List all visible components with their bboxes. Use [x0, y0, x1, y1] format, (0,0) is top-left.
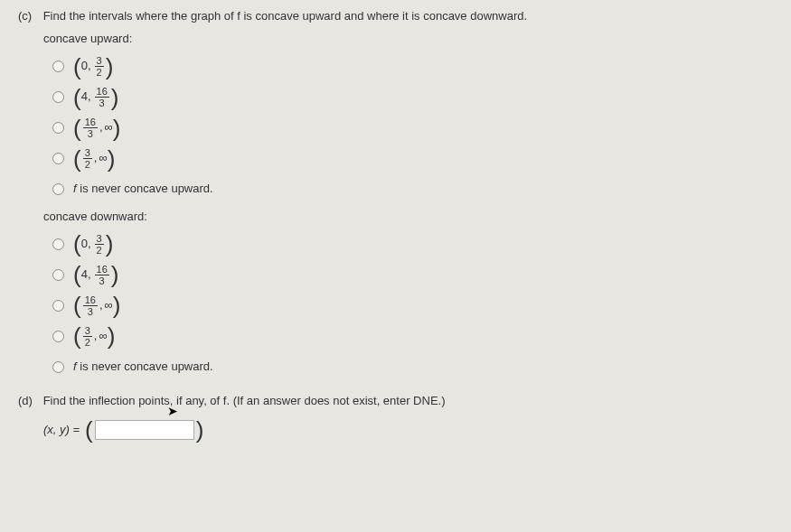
downward-option-never[interactable]: f is never concave upward. — [52, 354, 773, 379]
option-label: (4,163) — [73, 263, 118, 286]
concave-upward-heading: concave upward: — [43, 30, 773, 49]
fraction: 163 — [95, 264, 109, 286]
radio-button[interactable] — [52, 238, 64, 250]
fraction: 32 — [95, 233, 104, 256]
upward-option-never[interactable]: f is never concave upward. — [52, 177, 773, 202]
downward-options: (0,32)(4,163)(163,∞)(32,∞)f is never con… — [52, 231, 773, 379]
radio-button[interactable] — [52, 269, 64, 281]
option-label: f is never concave upward. — [73, 358, 213, 377]
downward-option[interactable]: (163,∞) — [52, 293, 773, 318]
option-label: (0,32) — [73, 232, 113, 256]
part-c-label: (c) — [18, 7, 40, 26]
close-paren: ) — [196, 418, 204, 442]
fraction: 163 — [83, 294, 98, 317]
fraction: 32 — [95, 55, 104, 78]
cursor-icon: ➤ — [167, 401, 178, 421]
upward-option[interactable]: (4,163) — [52, 85, 773, 110]
xy-label: (x, y) = — [43, 421, 80, 440]
radio-button[interactable] — [52, 183, 64, 195]
radio-button[interactable] — [52, 61, 64, 72]
option-label: (4,163) — [73, 86, 118, 109]
concave-downward-heading: concave downward: — [43, 208, 773, 227]
option-label: f is never concave upward. — [73, 180, 213, 199]
downward-option[interactable]: (4,163) — [52, 262, 773, 287]
fraction: 32 — [83, 325, 92, 348]
part-c: (c) Find the intervals where the graph o… — [18, 7, 773, 379]
fraction: 163 — [95, 86, 109, 108]
downward-option[interactable]: (32,∞) — [52, 323, 773, 349]
upward-option[interactable]: (32,∞) — [52, 146, 773, 172]
radio-button[interactable] — [52, 153, 64, 164]
part-d-label: (d) — [18, 392, 40, 411]
part-c-prompt: Find the intervals where the graph of f … — [43, 7, 527, 26]
option-label: (32,∞) — [73, 147, 115, 171]
radio-button[interactable] — [52, 300, 64, 312]
radio-button[interactable] — [52, 91, 64, 103]
downward-option[interactable]: (0,32) — [52, 231, 773, 257]
upward-option[interactable]: (0,32) — [52, 54, 773, 79]
upward-options: (0,32)(4,163)(163,∞)(32,∞)f is never con… — [52, 54, 773, 202]
open-paren: ( — [85, 418, 93, 442]
option-label: (0,32) — [73, 55, 113, 79]
part-d-prompt: Find the inflection points, if any, of f… — [43, 392, 446, 411]
fraction: 32 — [83, 147, 92, 170]
option-label: (163,∞) — [73, 117, 121, 140]
option-label: (163,∞) — [73, 294, 121, 317]
radio-button[interactable] — [52, 122, 64, 134]
option-label: (32,∞) — [73, 324, 115, 348]
part-d: (d) Find the inflection points, if any, … — [18, 392, 773, 442]
fraction: 163 — [83, 117, 98, 139]
radio-button[interactable] — [52, 361, 64, 373]
upward-option[interactable]: (163,∞) — [52, 116, 773, 141]
inflection-input-row: (x, y) = ( ) — [43, 418, 773, 442]
radio-button[interactable] — [52, 331, 64, 342]
inflection-input[interactable] — [95, 420, 194, 440]
